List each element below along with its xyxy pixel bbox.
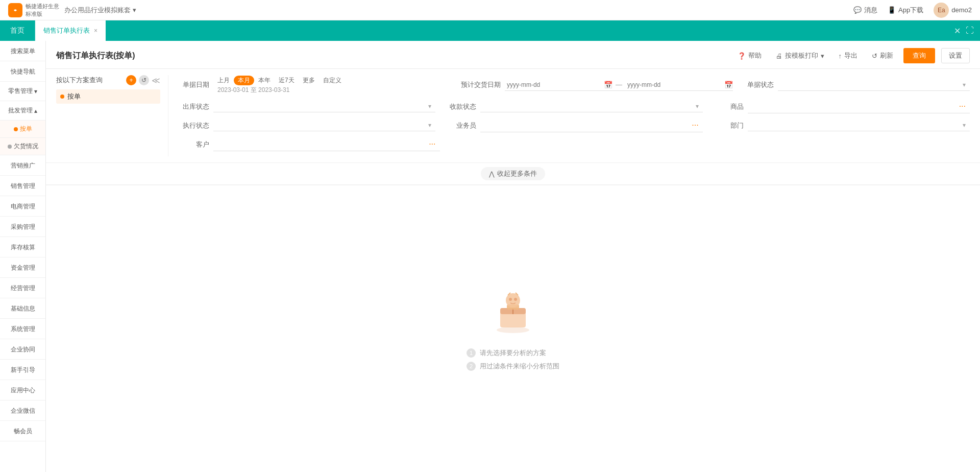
content-area: 销售订单执行表(按单) ❓ 帮助 🖨 按模板打印 ▾ ↑ 导出 ↺ 刷新 (46, 41, 980, 472)
export-btn[interactable]: ↑ 导出 (835, 49, 862, 62)
help-icon: ❓ (738, 52, 746, 60)
tip-num-2: 2 (467, 362, 476, 371)
user-profile[interactable]: Ea demo2 (934, 3, 972, 18)
sidebar-item-ecommerce[interactable]: 电商管理 (0, 196, 45, 217)
date-btn-7days[interactable]: 近7天 (275, 75, 299, 86)
app-selector[interactable]: 办公用品行业模拟账套 ▾ (64, 6, 136, 15)
collapse-up-icon: ⋀ (489, 170, 495, 178)
salesperson-ellipsis-icon[interactable]: ··· (692, 121, 698, 130)
filter-status: 单据状态 ▾ (743, 79, 970, 91)
sidebar-item-system[interactable]: 系统管理 (0, 319, 45, 339)
empty-state: 1 请先选择要分析的方案 2 用过滤条件来缩小分析范围 (46, 185, 980, 472)
more-filters-bar: ⋀ 收起更多条件 (46, 163, 980, 185)
print-btn[interactable]: 🖨 按模板打印 ▾ (772, 49, 828, 62)
filter-payment: 收款状态 ▾ (446, 101, 702, 112)
date-btn-last-month[interactable]: 上月 (213, 75, 234, 86)
sidebar-item-basic-info[interactable]: 基础信息 (0, 298, 45, 319)
app-download-btn[interactable]: 📱 App下载 (888, 6, 923, 15)
add-scheme-btn[interactable]: + (126, 75, 136, 85)
scheme-active-dot (60, 95, 64, 99)
filter-customer: 客户 ··· (179, 137, 440, 151)
empty-tip-2: 2 用过滤条件来缩小分析范围 (467, 360, 559, 373)
dept-label: 部门 (713, 121, 744, 130)
sidebar-item-inventory[interactable]: 库存核算 (0, 237, 45, 257)
sidebar-item-shortcut[interactable]: 快捷导航 (0, 61, 45, 82)
sidebar-item-member[interactable]: 畅会员 (0, 421, 45, 441)
dept-select[interactable]: ▾ (748, 120, 970, 131)
settings-button[interactable]: 设置 (941, 48, 970, 63)
filters-panel: 单据日期 上月 本月 本年 近7天 更多 自定义 20 (168, 75, 970, 156)
exec-arrow-icon: ▾ (428, 122, 431, 129)
active-dot-icon (14, 127, 18, 131)
sidebar-item-guide[interactable]: 新手引导 (0, 360, 45, 380)
filter-salesperson: 业务员 ··· (446, 119, 702, 132)
filter-dept: 部门 ▾ (713, 120, 970, 131)
salesperson-input-area[interactable]: ··· (480, 119, 702, 132)
sidebar-item-purchase[interactable]: 采购管理 (0, 217, 45, 237)
date-range-display: 2023-03-01 至 2023-03-31 (217, 86, 451, 95)
payment-select[interactable]: ▾ (480, 101, 702, 112)
industry-arrow-icon: ▾ (133, 6, 136, 14)
tab-close-icon[interactable]: × (94, 27, 97, 34)
help-btn[interactable]: ❓ 帮助 (733, 49, 766, 62)
filter-row-2: 出库状态 ▾ 收款状态 ▾ (179, 100, 970, 113)
tab-close-window-icon[interactable]: ✕ (954, 26, 961, 36)
sidebar-item-retail[interactable]: 零售管理 ▾ (0, 82, 45, 101)
sidebar-sub-item-shortage[interactable]: 欠货情况 (0, 138, 45, 155)
sidebar-sub-按单[interactable]: 按单 (0, 121, 45, 138)
calendar-end-icon[interactable]: 📅 (724, 81, 733, 89)
customer-ellipsis-icon[interactable]: ··· (429, 139, 435, 149)
tab-sales-execution[interactable]: 销售订单执行表 × (35, 20, 106, 41)
status-select[interactable]: ▾ (778, 79, 970, 91)
sidebar: 搜索菜单 快捷导航 零售管理 ▾ 批发管理 ▴ 按单 (0, 41, 46, 472)
status-label: 单据状态 (743, 80, 774, 89)
sidebar-item-search[interactable]: 搜索菜单 (0, 41, 45, 61)
date-quick-buttons: 上月 本月 本年 近7天 更多 自定义 (213, 75, 451, 86)
goods-input-area[interactable]: ··· (748, 100, 970, 113)
sidebar-item-wechat[interactable]: 企业微信 (0, 400, 45, 421)
sidebar-item-wholesale[interactable]: 批发管理 ▴ (0, 101, 45, 121)
query-button[interactable]: 查询 (903, 48, 935, 63)
tab-maximize-icon[interactable]: ⛶ (966, 26, 974, 35)
svg-point-1 (497, 327, 529, 333)
refresh-btn[interactable]: ↺ 刷新 (868, 49, 897, 62)
expected-start-input[interactable] (505, 79, 601, 90)
customer-input-area[interactable]: ··· (213, 137, 440, 151)
print-icon: 🖨 (776, 52, 782, 60)
sidebar-item-sales[interactable]: 销售管理 (0, 176, 45, 196)
date-range-expected: 📅 — 📅 (505, 79, 733, 91)
sidebar-sub-item-by-order[interactable]: 按单 (0, 121, 45, 137)
sidebar-item-finance[interactable]: 资金管理 (0, 257, 45, 278)
scheme-item-by-order[interactable]: 按单 (56, 89, 160, 104)
refresh-scheme-btn[interactable]: ↺ (139, 75, 149, 85)
filter-row-4: 客户 ··· (179, 137, 970, 151)
sidebar-item-app-center[interactable]: 应用中心 (0, 380, 45, 400)
avatar: Ea (934, 3, 949, 18)
date-btn-custom[interactable]: 自定义 (319, 75, 346, 86)
date-btn-this-year[interactable]: 本年 (254, 75, 275, 86)
date-btn-this-month[interactable]: 本月 (234, 76, 254, 85)
expected-end-input[interactable] (625, 79, 721, 90)
customer-label: 客户 (179, 140, 209, 149)
tab-home[interactable]: 首页 (0, 20, 35, 41)
collapse-filters-btn[interactable]: ⋀ 收起更多条件 (481, 167, 545, 180)
filter-section: 按以下方案查询 + ↺ ≪ 按单 (46, 69, 980, 185)
goods-ellipsis-icon[interactable]: ··· (959, 102, 966, 111)
calendar-start-icon[interactable]: 📅 (604, 81, 612, 89)
status-arrow-icon: ▾ (963, 81, 966, 88)
collapse-scheme-icon[interactable]: ≪ (152, 76, 160, 85)
sidebar-item-marketing[interactable]: 营销推广 (0, 155, 45, 176)
empty-tip-1: 1 请先选择要分析的方案 (467, 346, 559, 360)
scheme-panel: 按以下方案查询 + ↺ ≪ 按单 (56, 75, 168, 156)
sidebar-sub-欠货[interactable]: 欠货情况 (0, 138, 45, 155)
message-icon: 💬 (853, 6, 862, 14)
chevron-up-icon: ▴ (34, 107, 37, 114)
date-btn-more[interactable]: 更多 (299, 75, 319, 86)
shipment-select[interactable]: ▾ (213, 101, 435, 112)
tip-num-1: 1 (467, 348, 476, 358)
sidebar-item-operations[interactable]: 经营管理 (0, 278, 45, 298)
sidebar-item-collab[interactable]: 企业协同 (0, 339, 45, 360)
message-btn[interactable]: 💬 消息 (853, 6, 877, 15)
chevron-down-icon: ▾ (34, 88, 37, 95)
exec-select[interactable]: ▾ (213, 120, 435, 131)
